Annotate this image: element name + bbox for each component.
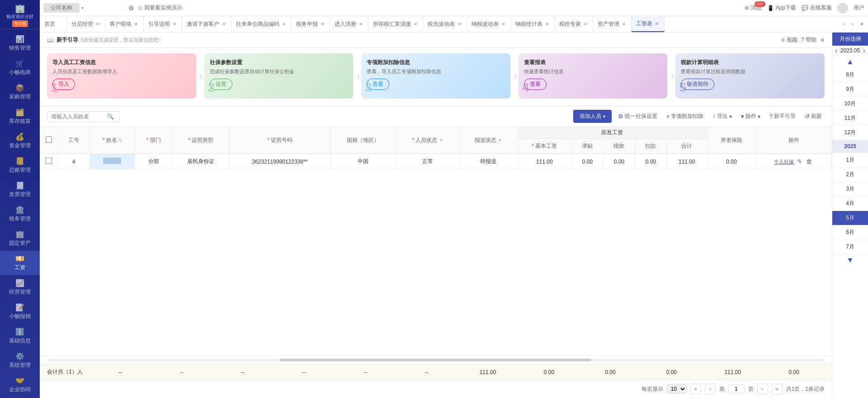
social-security-btn[interactable]: ⚙ 统一社保设置 — [615, 111, 660, 122]
app-download-btn[interactable]: 📱 App下载 — [767, 4, 796, 12]
sidebar-item-inventory[interactable]: 🗂️ 库存核算 — [0, 104, 40, 129]
sidebar-item-tax[interactable]: 🏛️ 税务管理 — [0, 202, 40, 226]
select-all-checkbox[interactable] — [46, 136, 52, 143]
refresh-btn[interactable]: ↺ 刷新 — [802, 111, 825, 122]
month-item-4[interactable]: 4月 — [832, 197, 868, 211]
sidebar-item-sales[interactable]: 📊 销售管理 — [0, 31, 40, 56]
month-item-1[interactable]: 1月 — [832, 153, 868, 168]
prev-page-btn[interactable]: ‹ — [705, 384, 716, 394]
month-item-12[interactable]: 12月 — [832, 126, 868, 140]
month-item-11[interactable]: 11月 — [832, 111, 868, 126]
month-item-2[interactable]: 2月 — [832, 168, 868, 182]
export-btn[interactable]: ↑ 导出 ▾ — [710, 111, 735, 122]
month-item-5[interactable]: 5月 — [832, 211, 868, 225]
month-item-8[interactable]: 8月 — [832, 68, 868, 82]
special-deduction-btn[interactable]: + 专项附加扣除 — [664, 111, 707, 122]
tab-prev-btn[interactable]: ‹ — [839, 20, 848, 29]
h-scrollbar-track[interactable] — [47, 359, 825, 361]
tab-product-code[interactable]: 往来单位商品编码 ✕ — [231, 16, 292, 32]
sidebar-item-system[interactable]: ⚙️ 系统管理 — [0, 348, 40, 373]
new-guide-btn[interactable]: ? 新手引导 — [767, 111, 798, 122]
tab-layered[interactable]: 分层经营 ✕ — [67, 16, 105, 32]
tab-guide-doc[interactable]: 引导说明 ✕ — [144, 16, 182, 32]
tab-product-code-close[interactable]: ✕ — [281, 21, 287, 28]
company-selector[interactable]: 公司名称 — [43, 3, 80, 13]
sidebar-item-collab[interactable]: 🤝 企业协同 — [0, 373, 40, 397]
tab-tax-burden-close[interactable]: ✕ — [457, 21, 462, 28]
tab-invite[interactable]: 邀请下游客户 ✕ — [182, 16, 231, 32]
topbar-gear-icon[interactable]: ⚙ — [128, 5, 134, 12]
search-input[interactable] — [51, 113, 105, 120]
search-box[interactable]: 🔍 — [47, 111, 119, 122]
sidebar-item-expense[interactable]: 📝 小畅报销 — [0, 300, 40, 324]
tab-asset-mgmt-close[interactable]: ✕ — [621, 21, 627, 28]
month-prev-year-btn[interactable]: ‹ — [835, 47, 837, 54]
th-name-sort-icon[interactable]: ⇅ — [118, 138, 122, 143]
page-size-select[interactable]: 10 20 50 — [667, 384, 687, 394]
tab-tax-stats[interactable]: 纳税统计表 ✕ — [511, 16, 555, 32]
first-page-btn[interactable]: « — [690, 384, 701, 394]
tab-tax-report[interactable]: 税务申报 ✕ — [292, 16, 330, 32]
tab-tax-expert-close[interactable]: ✕ — [583, 21, 588, 28]
tab-customer-close[interactable]: ✕ — [133, 21, 139, 28]
sidebar-item-payroll[interactable]: 💴 工资 — [0, 251, 40, 275]
tab-tax-wave-close[interactable]: ✕ — [500, 21, 506, 28]
sidebar-item-purchase[interactable]: 📦 采购管理 — [0, 80, 40, 104]
tab-tax-expert[interactable]: 税控专家 ✕ — [555, 16, 593, 32]
tab-register-close[interactable]: ✕ — [358, 21, 363, 28]
tab-layered-close[interactable]: ✕ — [95, 21, 100, 28]
help-btn[interactable]: ? 帮助 — [801, 36, 816, 44]
guide-close-btn[interactable]: ✕ — [820, 37, 825, 43]
sidebar-item-base-info[interactable]: ℹ️ 基础信息 — [0, 324, 40, 348]
tab-tax-report-close[interactable]: ✕ — [320, 21, 325, 28]
avatar[interactable] — [837, 3, 848, 14]
sidebar-item-finance[interactable]: 💰 资金管理 — [0, 129, 40, 153]
delete-icon[interactable]: 🗑 — [805, 158, 813, 165]
tab-close-all-btn[interactable]: ✕ — [857, 20, 866, 29]
sidebar-item-ledger[interactable]: 📒 总账管理 — [0, 153, 40, 178]
tab-tax-wave[interactable]: 纳税波动表 ✕ — [467, 16, 511, 32]
search-icon[interactable]: 🔍 — [107, 113, 114, 120]
month-item-6[interactable]: 6月 — [832, 225, 868, 240]
tab-tax-stats-close[interactable]: ✕ — [544, 21, 550, 28]
sidebar-item-operations[interactable]: 📈 经营管理 — [0, 275, 40, 300]
tab-income-tax[interactable]: 所得税汇算清缴 ✕ — [368, 16, 423, 32]
company-dropdown-icon[interactable]: ▾ — [81, 5, 84, 10]
row-checkbox[interactable] — [46, 158, 52, 164]
h-scrollbar-thumb[interactable] — [280, 359, 591, 361]
month-up-btn[interactable]: ▲ — [832, 56, 868, 68]
edit-icon[interactable]: ✎ — [796, 158, 803, 165]
sidebar-item-assets[interactable]: 🏢 固定资产 — [0, 226, 40, 251]
demo-btn[interactable]: ⊙ 我要看实例演示 — [138, 4, 182, 12]
operations-btn[interactable]: ▾ 操作 ▾ — [738, 111, 763, 122]
personal-social-btn[interactable]: 个人社保 — [774, 159, 794, 164]
month-down-btn[interactable]: ▼ — [832, 254, 868, 266]
tab-payroll-close[interactable]: ✕ — [654, 20, 660, 27]
sidebar-item-invoice[interactable]: 🧾 发票管理 — [0, 178, 40, 202]
last-page-btn[interactable]: » — [772, 384, 783, 394]
tab-home[interactable]: 首页 — [40, 16, 67, 32]
tab-guide-doc-close[interactable]: ✕ — [172, 21, 177, 28]
table-scrollbar[interactable] — [40, 356, 832, 364]
th-report-status-filter-icon[interactable]: ▼ — [498, 138, 502, 143]
month-item-3[interactable]: 3月 — [832, 182, 868, 197]
tab-register[interactable]: 进入清册 ✕ — [330, 16, 368, 32]
sidebar-item-ecommerce[interactable]: 🛒 小畅电商 — [0, 56, 40, 80]
add-employee-button[interactable]: 添加人员 ▾ — [573, 110, 612, 123]
th-status-filter-icon[interactable]: ▼ — [439, 138, 443, 143]
month-item-10[interactable]: 10月 — [832, 97, 868, 111]
month-next-year-btn[interactable]: › — [863, 47, 865, 54]
tab-invite-close[interactable]: ✕ — [221, 21, 226, 28]
tab-tax-burden[interactable]: 税负波动表 ✕ — [423, 16, 467, 32]
tab-next-btn[interactable]: › — [848, 20, 857, 29]
month-item-7[interactable]: 7月 — [832, 240, 868, 254]
message-btn[interactable]: ✉ 消息 99+ — [745, 4, 762, 12]
tab-income-tax-close[interactable]: ✕ — [413, 21, 418, 28]
tab-asset-mgmt[interactable]: 资产管理 ✕ — [593, 16, 632, 32]
next-page-btn[interactable]: › — [757, 384, 768, 394]
online-service-btn[interactable]: 💬 在线客服 — [802, 4, 832, 12]
tab-payroll[interactable]: 工资表 ✕ — [632, 16, 665, 32]
page-input[interactable] — [728, 384, 745, 393]
tab-customer[interactable]: 客户联络 ✕ — [105, 16, 144, 32]
month-item-9[interactable]: 9月 — [832, 82, 868, 97]
